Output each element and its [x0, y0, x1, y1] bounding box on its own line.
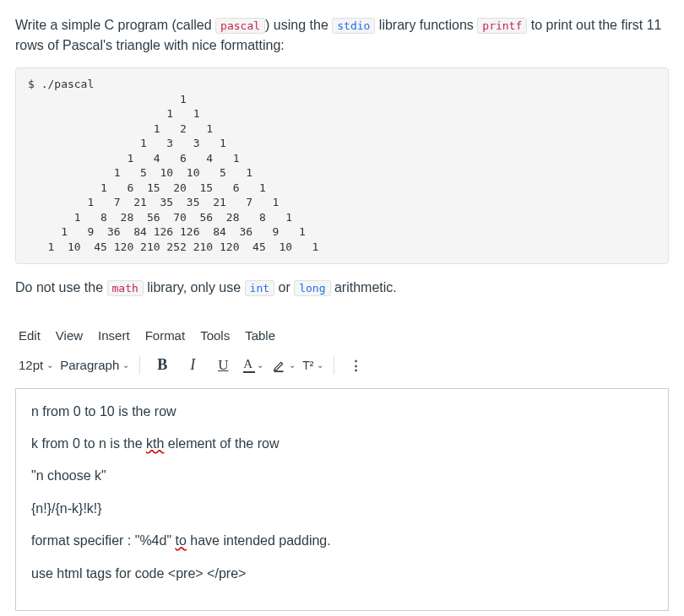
text: have intended padding.: [187, 533, 331, 548]
editor-line: use html tags for code <pre> </pre>: [31, 565, 653, 583]
highlight-button[interactable]: ⌄: [272, 354, 296, 376]
italic-button[interactable]: I: [181, 354, 204, 376]
text-color-bar: [243, 371, 255, 373]
text: ) using the: [265, 18, 332, 32]
chevron-down-icon: ⌄: [257, 360, 263, 370]
more-options-button[interactable]: ⋮: [345, 354, 368, 376]
editor-line: "n choose k": [31, 467, 653, 485]
spelling-error: to: [176, 533, 187, 548]
code-math: math: [107, 280, 144, 296]
code-int: int: [245, 280, 274, 296]
editor-line: n from 0 to 10 is the row: [31, 403, 653, 421]
text: Do not use the: [15, 280, 107, 294]
font-size-dropdown[interactable]: 12pt ⌄: [19, 358, 53, 372]
font-size-label: 12pt: [19, 358, 43, 372]
chevron-down-icon: ⌄: [289, 360, 296, 370]
text: or: [274, 280, 294, 294]
text: format specifier : "%4d": [31, 533, 176, 548]
menu-table[interactable]: Table: [245, 328, 275, 343]
text: element of the row: [164, 436, 279, 451]
superscript-label: T²: [302, 359, 313, 372]
editor-line: format specifier : "%4d" to have intende…: [31, 532, 653, 550]
code-pascal: pascal: [215, 18, 265, 34]
code-printf: printf: [477, 18, 527, 34]
text: arithmetic.: [331, 280, 397, 294]
text: Write a simple C program (called: [15, 18, 215, 32]
separator: [139, 356, 140, 375]
spelling-error: kth: [146, 436, 164, 451]
menu-edit[interactable]: Edit: [19, 328, 41, 343]
question-text: Write a simple C program (called pascal)…: [15, 15, 669, 56]
chevron-down-icon: ⌄: [46, 360, 53, 370]
instruction-text: Do not use the math library, only use in…: [15, 278, 669, 298]
menu-tools[interactable]: Tools: [200, 328, 230, 343]
text: library functions: [375, 18, 477, 32]
editor-line: {n!}/{n-k}!k!}: [31, 500, 653, 518]
menu-insert[interactable]: Insert: [98, 328, 130, 343]
highlighter-icon: [272, 357, 287, 374]
block-type-label: Paragraph: [60, 358, 119, 372]
menu-view[interactable]: View: [56, 328, 83, 343]
editor-content-area[interactable]: n from 0 to 10 is the row k from 0 to n …: [15, 388, 669, 611]
text: library, only use: [144, 280, 245, 294]
code-long: long: [294, 280, 330, 296]
block-type-dropdown[interactable]: Paragraph ⌄: [60, 358, 129, 372]
menu-format[interactable]: Format: [145, 328, 186, 343]
superscript-button[interactable]: T² ⌄: [302, 359, 323, 372]
editor-line: k from 0 to n is the kth element of the …: [31, 435, 653, 453]
code-output-block: $ ./pascal 1 1 1 1 2 1 1 3 3 1 1 4 6 4 1…: [15, 68, 669, 264]
separator: [334, 356, 334, 375]
text: k from 0 to n is the: [31, 436, 146, 451]
underline-button[interactable]: U: [211, 354, 235, 376]
chevron-down-icon: ⌄: [317, 360, 323, 370]
text-color-glyph: A: [243, 357, 252, 370]
editor-menu-bar: Edit View Insert Format Tools Table: [15, 323, 669, 351]
chevron-down-icon: ⌄: [122, 360, 129, 370]
bold-button[interactable]: B: [150, 354, 174, 376]
code-stdio: stdio: [332, 18, 375, 34]
editor-toolbar: 12pt ⌄ Paragraph ⌄ B I U A ⌄ ⌄ T² ⌄ ⋮: [15, 351, 669, 388]
text-color-button[interactable]: A ⌄: [242, 354, 265, 376]
